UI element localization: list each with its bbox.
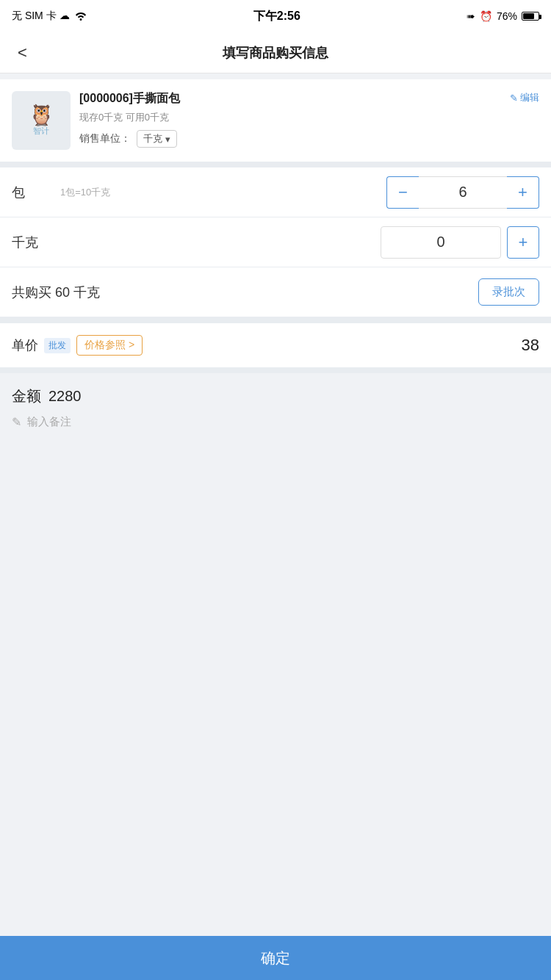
kg-plus-button[interactable]: + bbox=[507, 226, 539, 259]
product-unit-row: 销售单位： 千克 ▾ bbox=[79, 130, 539, 148]
amount-section: 金额 2280 ✎ 输入备注 bbox=[0, 373, 551, 438]
product-stock: 现存0千克 可用0千克 bbox=[79, 111, 539, 124]
logo-text: 智计 bbox=[29, 126, 54, 137]
total-row: 共购买 60 千克 录批次 bbox=[0, 267, 551, 317]
section-divider-2 bbox=[0, 317, 551, 323]
input-section: 包 1包=10千克 − + 千克 + bbox=[0, 167, 551, 267]
status-right: ➠ ⏰ 76% bbox=[467, 10, 539, 22]
amount-row: 金额 2280 bbox=[12, 386, 539, 406]
logo-owl: 🦉 bbox=[29, 105, 54, 126]
product-info: [0000006]手撕面包 现存0千克 可用0千克 销售单位： 千克 ▾ bbox=[79, 91, 539, 148]
status-left: 无 SIM 卡 ☁ bbox=[12, 10, 87, 23]
sim-label: 无 SIM 卡 ☁ bbox=[12, 10, 70, 23]
amount-label: 金额 bbox=[12, 386, 41, 406]
price-ref-button[interactable]: 价格参照 > bbox=[76, 335, 143, 356]
bao-sublabel: 1包=10千克 bbox=[60, 186, 386, 199]
bao-input[interactable] bbox=[419, 176, 507, 209]
page-title: 填写商品购买信息 bbox=[223, 44, 328, 62]
price-label: 单价 批发 价格参照 > bbox=[12, 335, 143, 356]
bao-label: 包 bbox=[12, 184, 56, 201]
price-row: 单价 批发 价格参照 > 38 bbox=[12, 335, 539, 356]
total-label: 共购买 60 千克 bbox=[12, 284, 100, 301]
batch-button[interactable]: 录批次 bbox=[478, 278, 539, 306]
nav-bar: < 填写商品购买信息 bbox=[0, 32, 551, 73]
pifa-tag: 批发 bbox=[44, 338, 71, 353]
bao-stepper: − + bbox=[386, 176, 539, 209]
alarm-icon: ⏰ bbox=[480, 10, 492, 22]
battery-percent: 76% bbox=[497, 10, 517, 22]
confirm-button[interactable]: 确定 bbox=[0, 936, 551, 980]
bao-plus-button[interactable]: + bbox=[507, 176, 539, 209]
note-placeholder: 输入备注 bbox=[27, 415, 71, 429]
status-time: 下午2:56 bbox=[253, 9, 300, 24]
product-name: [0000006]手撕面包 bbox=[79, 91, 539, 107]
pencil-icon: ✎ bbox=[12, 415, 21, 429]
chevron-down-icon: ▾ bbox=[165, 134, 170, 145]
battery-icon bbox=[522, 12, 539, 21]
unit-label-text: 销售单位： bbox=[79, 132, 131, 145]
section-divider-1 bbox=[0, 162, 551, 167]
content-area bbox=[0, 438, 551, 980]
note-row[interactable]: ✎ 输入备注 bbox=[12, 415, 539, 429]
product-thumbnail: 🦉 智计 bbox=[12, 91, 71, 150]
price-value: 38 bbox=[522, 336, 539, 355]
back-button[interactable]: < bbox=[12, 37, 33, 68]
bao-minus-button[interactable]: − bbox=[386, 176, 419, 209]
kg-label: 千克 bbox=[12, 234, 56, 251]
edit-icon: ✎ bbox=[510, 93, 518, 104]
status-bar: 无 SIM 卡 ☁ 下午2:56 ➠ ⏰ 76% bbox=[0, 0, 551, 32]
price-section: 单价 批发 价格参照 > 38 bbox=[0, 323, 551, 373]
location-icon: ➠ bbox=[467, 10, 475, 22]
product-card: 🦉 智计 [0000006]手撕面包 现存0千克 可用0千克 销售单位： 千克 … bbox=[0, 79, 551, 162]
bao-row: 包 1包=10千克 − + bbox=[0, 167, 551, 217]
wifi-icon bbox=[74, 10, 87, 23]
edit-button[interactable]: ✎ 编辑 bbox=[510, 91, 539, 104]
kg-row: 千克 + bbox=[0, 217, 551, 267]
unit-select[interactable]: 千克 ▾ bbox=[137, 130, 177, 148]
kg-input[interactable] bbox=[381, 226, 501, 259]
amount-value: 2280 bbox=[48, 388, 82, 405]
